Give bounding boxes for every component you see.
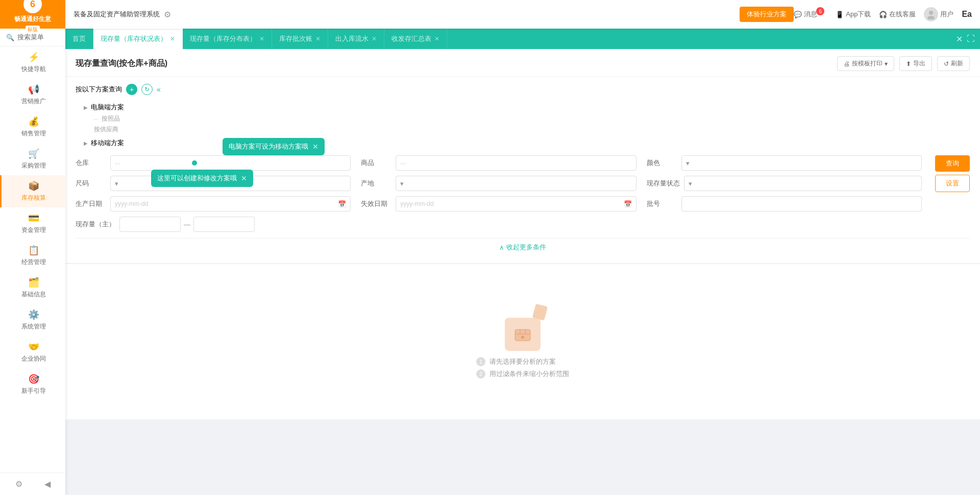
batch-input[interactable] [681,196,922,211]
reset-btn[interactable]: 设置 [935,175,970,192]
stock-qty-min[interactable] [119,217,181,232]
tab-inventory-status[interactable]: 现存量（库存状况表） ✕ [93,29,183,49]
refresh-btn[interactable]: ↺ 刷新 [937,56,970,71]
empty-box [505,318,541,351]
sidebar-item-sales[interactable]: 💰 销售管理 [0,111,65,143]
inventory-icon: 📦 [28,180,39,192]
search-btn[interactable]: 查询 [935,155,970,172]
online-support-label: 在线客服 [889,10,916,19]
size-arrow: ▾ [115,180,118,187]
filter-goods: 商品 ··· [361,155,636,171]
origin-select[interactable]: ▾ [396,176,636,191]
sidebar-item-system[interactable]: ⚙️ 系统管理 [0,304,65,336]
tab-flow[interactable]: 出入库流水 ✕ [328,29,384,49]
print-btn[interactable]: 🖨 按模板打印 ▾ [837,56,894,71]
origin-arrow: ▾ [400,180,404,187]
action-buttons: 查询 设置 [935,155,970,192]
scheme-mobile[interactable]: ▶ 移动端方案 [84,137,970,149]
tab-fullscreen-icon[interactable]: ⛶ [967,34,975,43]
guide-icon: 🎯 [28,373,39,385]
produce-date-placeholder: yyyy-mm-dd [115,200,148,207]
pc-scheme-label: 电脑端方案 [91,103,124,112]
quicknav-icon: ⚡ [28,52,39,63]
sidebar-settings-icon[interactable]: ⚙ [15,479,22,489]
tooltip2-close[interactable]: ✕ [241,174,247,182]
system-name: 装备及固定资产辅助管理系统 [74,10,160,19]
results-area: 1 请先选择要分析的方案 2 用过滤条件来缩小分析范围 [65,264,980,419]
topbar-right: 💬 消息 6 📱 App下载 🎧 在线客服 用户 Ea [794,7,972,21]
phone-icon: 📱 [836,11,844,18]
tab-close-all-icon[interactable]: ✕ [956,34,963,44]
tab-flow-close[interactable]: ✕ [372,35,377,42]
search-menu-item[interactable]: 🔍 搜索菜单 [0,29,65,46]
sidebar-item-finance-label: 资金管理 [21,226,46,234]
filter-row4: 现存量（主） — [76,217,922,232]
tab-summary[interactable]: 收发存汇总表 ✕ [384,29,447,49]
scheme-pc-subitem2: 按供应商 [94,124,970,135]
sidebar-item-guide[interactable]: 🎯 新手引导 [0,368,65,400]
goods-dots: ··· [400,159,406,167]
filter-refresh-btn[interactable]: ↻ [141,84,153,95]
filter-batch: 批号 [647,196,922,211]
page-title: 现存量查询(按仓库+商品) [76,58,167,69]
collapse-btn[interactable]: ∧ 收起更多条件 [76,238,970,256]
refresh-btn-label: 刷新 [951,59,963,68]
ea-text: Ea [962,10,972,19]
tab-batch-close[interactable]: ✕ [315,35,321,42]
batch-label: 批号 [647,199,677,208]
sidebar-item-operations[interactable]: 📋 经营管理 [0,240,65,272]
settings-icon[interactable]: ⚙ [164,10,171,19]
pc-scheme-arrow: ▶ [84,105,88,110]
sidebar-item-quicknav[interactable]: ⚡ 快捷导航 [0,46,65,79]
headset-icon: 🎧 [879,11,887,18]
tab-batch[interactable]: 库存批次账 ✕ [272,29,328,49]
color-select[interactable]: ▾ [681,155,922,171]
content-area: 现存量查询(按仓库+商品) 🖨 按模板打印 ▾ ⬆ 导出 ↺ 刷新 [65,49,980,419]
empty-text: 1 请先选择要分析的方案 2 用过滤条件来缩小分析范围 [476,357,569,379]
export-btn[interactable]: ⬆ 导出 [899,56,932,71]
filter-label: 按以下方案查询 [76,85,122,94]
sidebar-item-purchase[interactable]: 🛒 采购管理 [0,143,65,175]
goods-label: 商品 [361,158,391,168]
system-icon: ⚙️ [28,309,39,320]
mobile-scheme-arrow: ▶ [84,140,88,146]
scheme-pc-sub[interactable]: ─ 按照品 [94,113,970,124]
sidebar-item-basic-info[interactable]: 🗂️ 基础信息 [0,272,65,304]
sidebar-item-marketing[interactable]: 📢 营销推广 [0,79,65,111]
warehouse-select[interactable]: ··· [110,155,351,171]
online-support-item[interactable]: 🎧 在线客服 [879,10,916,19]
stock-status-select[interactable]: ▾ [684,176,922,191]
sidebar-item-finance[interactable]: 💳 资金管理 [0,207,65,240]
stock-qty-max[interactable] [193,217,255,232]
tab-inventory-dist[interactable]: 现存量（库存分布表） ✕ [183,29,272,49]
message-icon: 💬 [794,11,802,18]
sidebar-item-inventory[interactable]: 📦 库存核算 [0,175,65,207]
expire-date-input[interactable]: yyyy-mm-dd 📅 [396,196,636,211]
user-item[interactable]: 用户 [924,7,953,21]
sidebar-item-basic-info-label: 基础信息 [21,290,46,299]
sidebar-item-purchase-label: 采购管理 [21,161,46,170]
tab-inventory-dist-close[interactable]: ✕ [259,35,264,42]
filter-warehouse: 仓库 ··· [76,155,351,171]
step1-num: 1 [476,357,485,366]
app-download-item[interactable]: 📱 App下载 [836,10,871,19]
scheme-pc[interactable]: ▶ 电脑端方案 [84,101,970,113]
tab-summary-close[interactable]: ✕ [434,35,439,42]
industry-btn[interactable]: 体验行业方案 [740,7,794,22]
tab-home[interactable]: 首页 [65,29,93,49]
tooltip1-close[interactable]: ✕ [312,143,318,151]
tooltip-pc-scheme: 电脑方案可设为移动方案哦 ✕ [223,138,325,155]
filter-arrow-btn[interactable]: « [157,85,161,93]
scheme-tree: ▶ 电脑端方案 ─ 按照品 按供应商 ▶ 移动端方案 [84,101,970,149]
filter-add-btn[interactable]: + [126,84,137,95]
topbar: 装备及固定资产辅助管理系统 ⚙ 体验行业方案 💬 消息 6 📱 App下载 🎧 … [65,0,980,29]
tab-inventory-status-close[interactable]: ✕ [170,35,175,42]
goods-select[interactable]: ··· [396,155,636,171]
produce-date-input[interactable]: yyyy-mm-dd 📅 [110,196,351,211]
size-label: 尺码 [76,179,106,188]
message-item[interactable]: 💬 消息 6 [794,10,827,19]
sidebar-item-enterprise[interactable]: 🤝 企业协同 [0,336,65,368]
app-download-label: App下载 [846,10,871,19]
svg-point-1 [927,16,935,19]
sidebar-collapse-icon[interactable]: ◀ [44,479,51,489]
